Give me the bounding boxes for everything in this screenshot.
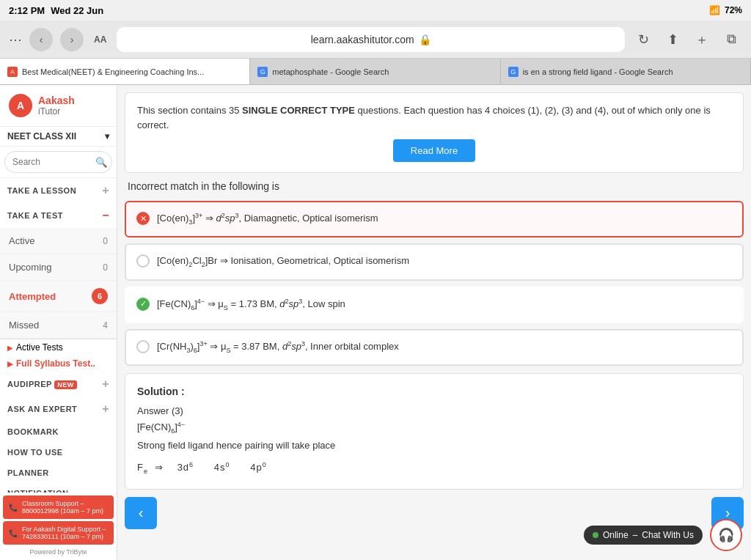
sidebar-item-full-syllabus[interactable]: ▶ Full Syllabus Test.. [0,355,117,372]
share-button[interactable]: ⬆ [662,29,684,51]
sidebar-item-bookmark[interactable]: BOOKMARK [0,421,117,442]
minus-icon-test: − [102,209,109,222]
classroom-support-text: Classroom Support – 8800012998 (10am – 7… [22,500,108,515]
lock-icon: 🔒 [419,34,431,45]
upcoming-count: 0 [103,262,108,273]
tribyte-text: Powered by TriByte [29,548,87,556]
solution-box: Solution : Answer (3) [Fe(CN)6]4− Strong… [125,373,744,490]
ask-expert-label: ASK AN EXPERT [7,405,77,413]
sidebar-item-active-tests[interactable]: ▶ Active Tests [0,339,117,355]
plus-icon-lesson: + [102,184,109,197]
active-count: 0 [103,236,108,246]
url-text: learn.aakashitutor.com [311,34,414,45]
test-nav-attempted[interactable]: Attempted 6 [0,281,117,312]
class-label: NEET CLASS XII [7,131,76,141]
google-favicon-1: G [257,67,268,77]
solution-compound: [Fe(CN)6]4− [137,419,731,437]
how-to-use-label: HOW TO USE [7,448,63,457]
arrow-icon-syllabus: ▶ [7,360,13,368]
sidebar-item-audiprep[interactable]: AUDIPREP NEW + [0,372,117,397]
test-navigation: Active 0 Upcoming 0 Attempted 6 Missed 4 [0,228,117,339]
new-tab-button[interactable]: ＋ [691,29,713,51]
option-1[interactable]: ✕ [Co(en)3]3+ ⇒ d2sp3, Diamagnetic, Opti… [125,201,744,237]
sidebar-item-take-a-test[interactable]: TAKE A TEST − [0,203,117,228]
chat-sublabel: – [633,530,638,540]
battery-icon: 72% [725,5,742,15]
option-4[interactable]: [Cr(NH3)6]3+ ⇒ μS = 3.87 BM, d2sp3, Inne… [125,329,744,366]
brand-subtitle: iTutor [38,106,75,117]
search-box: 🔍 [0,147,117,178]
solution-explanation: Strong field ligand hence pairing will t… [137,438,731,454]
content-area: This section contains 35 SINGLE CORRECT … [117,85,751,560]
solution-title: Solution : [137,386,731,397]
headset-button[interactable]: 🎧 [710,519,742,551]
prev-button[interactable]: ‹ [125,497,157,529]
solution-answer: Answer (3) [137,403,731,419]
sidebar-item-ask-expert[interactable]: ASK AN EXPERT + [0,397,117,421]
wifi-icon: 📶 [709,5,720,15]
sidebar-menu: TAKE A LESSON + TAKE A TEST − Active 0 U… [0,178,117,493]
plus-icon-audiprep: + [102,377,109,391]
test-nav-upcoming[interactable]: Upcoming 0 [0,254,117,281]
browser-tabs: A Best Medical(NEET) & Engineering Coach… [0,59,751,85]
missed-label: Missed [9,320,39,331]
browser-chrome: ⋯ ‹ › AA learn.aakashitutor.com 🔒 ↻ ⬆ ＋ … [0,21,751,59]
tab-aakash-label: Best Medical(NEET) & Engineering Coachin… [22,67,204,76]
option-3[interactable]: ✓ [Fe(CN)6]4− ⇒ μS = 1.73 BM, d2sp3, Low… [125,287,744,323]
tabs-button[interactable]: ⧉ [720,29,742,51]
active-label: Active [9,235,34,246]
attempted-label: Attempted [9,291,56,302]
phone-icon-classroom: 📞 [9,504,18,512]
option-2[interactable]: [Co(en)2Cl2]Br ⇒ Ionisation, Geometrical… [125,243,744,280]
digital-support-button[interactable]: 📞 For Aakash Digital Support – 742833011… [3,521,114,545]
tab-metaphosphate[interactable]: G metaphosphate - Google Search [250,59,500,84]
online-chat: Online – Chat With Us 🎧 [584,519,742,551]
logo-letter: A [17,100,24,111]
correct-icon-3: ✓ [136,298,150,311]
active-tests-label: Active Tests [16,342,63,353]
time: 2:12 PM [9,5,45,16]
date: Wed 22 Jun [51,5,103,16]
online-dot [593,532,598,538]
tab-ligand-label: is en a strong field ligand - Google Sea… [523,67,673,76]
phone-icon-digital: 📞 [9,529,18,537]
status-bar: 2:12 PM Wed 22 Jun 📶 72% [0,0,751,21]
missed-count: 4 [103,320,108,331]
radio-4 [136,340,150,353]
attempted-badge: 6 [92,288,108,304]
sidebar-item-how-to-use[interactable]: HOW TO USE [0,442,117,463]
class-selector[interactable]: NEET CLASS XII ▾ [0,127,117,147]
chat-with-us: Chat With Us [642,530,694,540]
back-button[interactable]: ‹ [29,28,53,51]
option-3-text: [Fe(CN)6]4− ⇒ μS = 1.73 BM, d2sp3, Low s… [157,297,732,313]
aakash-favicon: A [7,67,18,77]
reload-button[interactable]: ↻ [632,29,654,51]
headset-icon: 🎧 [718,527,734,543]
test-nav-missed[interactable]: Missed 4 [0,312,117,339]
sidebar-bottom: 📞 Classroom Support – 8800012998 (10am –… [0,493,117,560]
online-label: Online [603,530,629,540]
search-button[interactable]: 🔍 [95,157,108,168]
logo-icon: A [9,94,32,117]
question-prompt: Incorrect match in the following is [125,180,744,192]
arrow-icon-active: ▶ [7,344,13,352]
test-nav-active[interactable]: Active 0 [0,228,117,254]
read-more-button[interactable]: Read More [393,139,475,162]
sidebar-item-planner[interactable]: PLANNER [0,463,117,483]
sidebar-item-notification[interactable]: NOTIFICATION [0,483,117,493]
upcoming-label: Upcoming [9,262,52,273]
option-1-text: [Co(en)3]3+ ⇒ d2sp3, Diamagnetic, Optica… [157,211,732,227]
aa-button[interactable]: AA [91,34,109,45]
url-bar[interactable]: learn.aakashitutor.com 🔒 [117,27,625,52]
dots-menu: ⋯ [9,32,22,48]
sidebar-item-take-a-lesson[interactable]: TAKE A LESSON + [0,178,117,203]
tab-ligand[interactable]: G is en a strong field ligand - Google S… [501,59,751,84]
forward-button[interactable]: › [60,28,84,51]
full-syllabus-label: Full Syllabus Test.. [16,358,95,369]
chat-badge[interactable]: Online – Chat With Us [584,526,703,545]
tab-aakash[interactable]: A Best Medical(NEET) & Engineering Coach… [0,59,250,84]
planner-label: PLANNER [7,468,49,477]
tab-meta-label: metaphosphate - Google Search [272,67,389,76]
classroom-support-button[interactable]: 📞 Classroom Support – 8800012998 (10am –… [3,495,114,519]
google-favicon-2: G [508,67,519,77]
